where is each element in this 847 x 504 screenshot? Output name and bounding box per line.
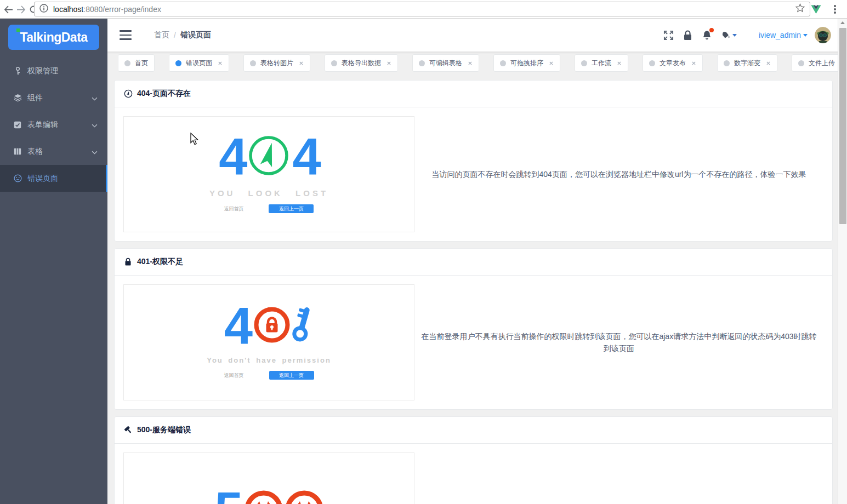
tab-close-icon[interactable] (386, 60, 391, 66)
sidebar-item-error-page[interactable]: 错误页面 (0, 165, 107, 192)
tab-close-icon[interactable] (467, 60, 473, 66)
tab-label: 首页 (135, 59, 148, 68)
big-digit: 5 (214, 490, 241, 504)
notification-badge (709, 28, 714, 32)
tab-close-icon[interactable] (298, 60, 304, 66)
breadcrumb-current: 错误页面 (180, 30, 211, 40)
avatar[interactable] (815, 27, 831, 43)
back-previous-button[interactable]: 返回上一页 (269, 371, 314, 380)
tab-label: 文章发布 (660, 59, 686, 68)
theme-caret-icon (732, 34, 737, 37)
collapse-menu-button[interactable] (120, 30, 132, 40)
tab-table-export[interactable]: 表格导出数据 (325, 54, 398, 72)
tab-dot-icon (581, 60, 587, 66)
card-title: 500-服务端错误 (137, 425, 191, 435)
card-404: 404-页面不存在 4 4 YOU LOOK LOST (114, 80, 833, 242)
tab-dot-icon (124, 60, 130, 66)
address-bar[interactable]: localhost:8080/error-page/index (34, 2, 810, 16)
tab-number-transition[interactable]: 数字渐变 (717, 54, 777, 72)
sad-face-icon (13, 174, 22, 183)
error-tagline: YOU LOOK LOST (209, 188, 328, 198)
user-menu[interactable]: iview_admin (759, 31, 808, 39)
opened-tabs-bar: 首页 错误页面 表格转图片 表格导出数据 可编辑表格 (107, 51, 847, 73)
chevron-down-icon (92, 94, 98, 102)
chevron-down-icon (92, 121, 98, 129)
description-text: 当访问的页面不存在时会跳转到404页面，您可以在浏览器地址栏中修改url为一个不… (432, 168, 806, 180)
page-content: 404-页面不存在 4 4 YOU LOOK LOST (107, 73, 847, 504)
tab-close-icon[interactable] (217, 60, 223, 66)
tab-error-page[interactable]: 错误页面 (169, 54, 229, 72)
sidebar-item-components[interactable]: 组件 (0, 84, 107, 111)
tab-label: 表格导出数据 (342, 59, 381, 68)
devil-circle-icon (285, 490, 323, 504)
bell-icon[interactable] (701, 29, 713, 41)
error-404-illustration: 4 4 YOU LOOK LOST 返回首页 返回上一页 (123, 116, 414, 232)
tab-close-icon[interactable] (548, 60, 554, 66)
tab-drag-sort[interactable]: 可拖拽排序 (493, 54, 560, 72)
tab-label: 数字渐变 (734, 59, 760, 68)
card-500-description-area: 当请求之后出现服务端错误时跳转到该页面，你可以在ajax请求方法中判断返回的状态… (414, 453, 823, 504)
tab-close-icon[interactable] (691, 60, 696, 66)
lock-icon[interactable] (682, 29, 694, 41)
tab-workflow[interactable]: 工作流 (575, 54, 628, 72)
sidebar-item-label: 权限管理 (27, 66, 98, 76)
tab-dot-icon (419, 60, 425, 66)
tab-dot-icon (649, 60, 655, 66)
fullscreen-icon[interactable] (663, 29, 675, 41)
logo-green-dot (16, 28, 20, 32)
sidebar-menu: 权限管理 组件 表单编辑 表格 (0, 58, 107, 192)
username: iview_admin (759, 31, 801, 39)
browser-chrome: localhost:8080/error-page/index (0, 0, 847, 19)
tab-dot-icon (331, 60, 337, 66)
sidebar-item-tables[interactable]: 表格 (0, 138, 107, 165)
devil-circle-icon (245, 490, 283, 504)
card-401: 401-权限不足 4 (114, 248, 833, 410)
window-scrollbar[interactable] (838, 19, 847, 504)
breadcrumb-separator: / (174, 31, 176, 39)
theme-icon[interactable] (720, 29, 738, 41)
sidebar-item-label: 表格 (27, 147, 92, 157)
tab-article-publish[interactable]: 文章发布 (643, 54, 703, 72)
card-500: 500-服务端错误 5 (114, 416, 833, 504)
card-500-header: 500-服务端错误 (115, 417, 832, 444)
back-home-link[interactable]: 返回首页 (224, 372, 244, 379)
tab-label: 可拖拽排序 (510, 59, 543, 68)
breadcrumb: 首页 / 错误页面 (154, 19, 211, 51)
tab-table-to-image[interactable]: 表格转图片 (243, 54, 310, 72)
tab-label: 工作流 (592, 59, 611, 68)
tab-dot-icon (798, 60, 804, 66)
back-previous-button[interactable]: 返回上一页 (269, 204, 314, 213)
scrollbar-up-icon[interactable] (838, 19, 847, 27)
tab-close-icon[interactable] (765, 60, 771, 66)
compass-icon (123, 89, 133, 99)
big-digit: 4 (224, 305, 251, 347)
sidebar-item-permission[interactable]: 权限管理 (0, 58, 107, 84)
card-401-body: 4 You don't have permission 返回首页 (115, 276, 832, 409)
card-500-body: 5 当请求之后出现服务端错误时跳转到该页面，你可以在ajax请求 (115, 444, 832, 504)
description-text: 在当前登录用户不具有执行当前操作的权限时跳转到该页面，您可以在ajax请求方法中… (420, 330, 818, 354)
error-tagline: You don't have permission (207, 356, 331, 364)
tab-label: 可编辑表格 (429, 59, 462, 68)
talkingdata-logo[interactable]: TalkingData (8, 25, 99, 50)
scrollbar-thumb[interactable] (839, 28, 846, 224)
tab-label: 表格转图片 (260, 59, 293, 68)
vue-devtools-icon[interactable] (810, 4, 821, 15)
tab-dot-icon (500, 60, 506, 66)
big-digit: 4 (292, 136, 319, 177)
url-text[interactable]: localhost:8080/error-page/index (53, 5, 795, 14)
page-info-icon[interactable] (39, 4, 48, 15)
tab-home[interactable]: 首页 (118, 54, 155, 72)
sidebar-item-form-editor[interactable]: 表单编辑 (0, 111, 107, 138)
browser-menu-icon[interactable] (829, 4, 840, 15)
bookmark-star-icon[interactable] (795, 3, 805, 15)
big-digit: 4 (219, 136, 245, 177)
sidebar: TalkingData 权限管理 组件 表单编辑 (0, 19, 107, 504)
tab-editable-table[interactable]: 可编辑表格 (412, 54, 479, 72)
tab-label: 文件上传 (809, 59, 835, 68)
header-actions: iview_admin (663, 19, 831, 51)
key-icon (292, 306, 314, 346)
tab-close-icon[interactable] (616, 60, 622, 66)
back-home-link[interactable]: 返回首页 (224, 205, 243, 213)
card-title: 401-权限不足 (137, 257, 183, 267)
breadcrumb-home[interactable]: 首页 (154, 30, 169, 40)
